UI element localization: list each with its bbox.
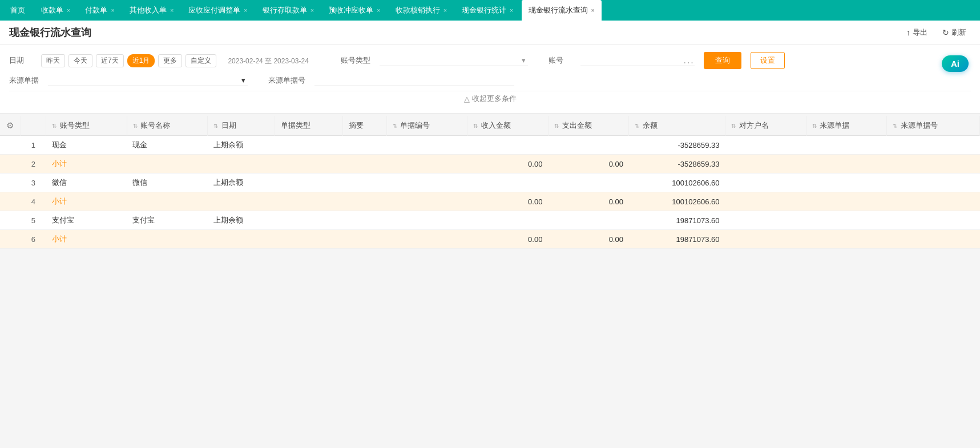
table-cell (806, 155, 887, 173)
close-icon[interactable]: × (443, 7, 447, 14)
table-header-row: ⚙ ⇅ 账号类型 ⇅ 账号名称 ⇅ 日期 单据类型 (0, 116, 980, 136)
table-cell (343, 155, 387, 173)
table-cell: 上期余额 (208, 173, 275, 192)
refresh-icon: ↻ (942, 28, 949, 37)
table-cell: 100102606.60 (629, 192, 725, 211)
query-button[interactable]: 查询 (704, 52, 741, 69)
close-icon[interactable]: × (310, 7, 314, 14)
table-cell (887, 211, 980, 230)
table-cell: 现金 (127, 136, 208, 155)
table-cell: 4 (21, 192, 46, 211)
table-cell (386, 230, 467, 249)
col-header-expense[interactable]: ⇅ 支出金额 (548, 116, 629, 136)
table-cell (548, 136, 629, 155)
table-cell (386, 173, 467, 192)
close-icon[interactable]: × (510, 7, 513, 14)
table-cell: 0.00 (548, 230, 629, 249)
table-cell (467, 211, 549, 230)
table-cell (386, 136, 467, 155)
page-title: 现金银行流水查询 (9, 26, 91, 39)
table-cell: -3528659.33 (629, 155, 725, 173)
sort-icon: ⇅ (731, 123, 736, 129)
table-container: ⚙ ⇅ 账号类型 ⇅ 账号名称 ⇅ 日期 单据类型 (0, 116, 980, 249)
table-cell: 6 (21, 230, 46, 249)
col-header-counterpart[interactable]: ⇅ 对方户名 (725, 116, 806, 136)
nav-tab-4[interactable]: 银行存取款单 × (256, 0, 321, 21)
close-icon[interactable]: × (377, 7, 380, 14)
table-cell (806, 230, 887, 249)
nav-tab-1[interactable]: 付款单 × (78, 0, 121, 21)
table-cell (0, 192, 21, 211)
col-header-source-doc-no[interactable]: ⇅ 来源单据号 (887, 116, 980, 136)
table-row: 4小计0.000.00100102606.60 (0, 192, 980, 211)
col-header-account-name[interactable]: ⇅ 账号名称 (127, 116, 208, 136)
nav-tab-2[interactable]: 其他收入单 × (123, 0, 180, 21)
close-icon[interactable]: × (111, 7, 114, 14)
nav-home[interactable]: 首页 (2, 0, 33, 21)
table-cell: 0.00 (548, 155, 629, 173)
nav-tab-7[interactable]: 现金银行统计 × (455, 0, 520, 21)
table-cell (127, 155, 208, 173)
close-icon[interactable]: × (67, 7, 70, 14)
col-header-account-type[interactable]: ⇅ 账号类型 (46, 116, 127, 136)
date-btn-yesterday[interactable]: 昨天 (41, 54, 65, 67)
account-type-select[interactable]: ▾ (380, 55, 528, 66)
table-row: 2小计0.000.00-3528659.33 (0, 155, 980, 173)
table-cell: 现金 (46, 136, 127, 155)
table-cell: 19871073.60 (629, 230, 725, 249)
export-button[interactable]: ↑ 导出 (902, 25, 932, 40)
nav-tab-3[interactable]: 应收应付调整单 × (182, 0, 254, 21)
table-cell: 支付宝 (46, 211, 127, 230)
table-cell (275, 173, 342, 192)
table-cell (0, 211, 21, 230)
ai-button[interactable]: Ai (942, 55, 969, 72)
date-btn-custom[interactable]: 自定义 (185, 54, 216, 67)
table-cell (386, 155, 467, 173)
table-cell: 微信 (46, 173, 127, 192)
table-cell (887, 192, 980, 211)
col-header-source-doc[interactable]: ⇅ 来源单据 (806, 116, 887, 136)
col-header-doc-no[interactable]: ⇅ 单据编号 (386, 116, 467, 136)
account-label: 账号 (549, 55, 571, 66)
table-cell (275, 192, 342, 211)
table-cell (725, 211, 806, 230)
nav-tab-5[interactable]: 预收冲应收单 × (322, 0, 387, 21)
table-cell (806, 211, 887, 230)
table-cell (127, 192, 208, 211)
settings-col-header[interactable]: ⚙ (0, 116, 21, 136)
source-doc-select[interactable]: ▾ (48, 75, 248, 86)
date-range: 2023-02-24 至 2023-03-24 (228, 56, 308, 66)
col-header-date[interactable]: ⇅ 日期 (208, 116, 275, 136)
table-cell (725, 192, 806, 211)
col-header-income[interactable]: ⇅ 收入金额 (467, 116, 549, 136)
col-header-num (21, 116, 46, 136)
nav-tab-8[interactable]: 现金银行流水查询 × (522, 0, 602, 21)
nav-tab-0[interactable]: 收款单 × (34, 0, 77, 21)
collapse-button[interactable]: △ 收起更多条件 (9, 91, 971, 106)
date-btn-7days[interactable]: 近7天 (96, 54, 124, 67)
source-doc-no-input[interactable] (314, 75, 514, 86)
date-btn-more[interactable]: 更多 (158, 54, 182, 67)
table-cell (343, 211, 387, 230)
close-icon[interactable]: × (244, 7, 247, 14)
col-header-balance[interactable]: ⇅ 余额 (629, 116, 725, 136)
table-cell (548, 211, 629, 230)
dropdown-arrow-icon: ▾ (522, 56, 526, 64)
close-icon[interactable]: × (591, 7, 595, 14)
close-icon[interactable]: × (170, 7, 174, 14)
date-btn-today[interactable]: 今天 (68, 54, 92, 67)
table-cell (806, 173, 887, 192)
setting-button[interactable]: 设置 (751, 52, 785, 69)
account-more-button[interactable]: ... (683, 55, 694, 66)
sort-icon: ⇅ (213, 123, 218, 129)
table-cell (725, 136, 806, 155)
date-btn-1month[interactable]: 近1月 (127, 54, 155, 67)
gear-icon[interactable]: ⚙ (6, 120, 14, 130)
refresh-button[interactable]: ↻ 刷新 (938, 25, 971, 40)
page-header: 现金银行流水查询 ↑ 导出 ↻ 刷新 (0, 21, 980, 45)
data-table: ⚙ ⇅ 账号类型 ⇅ 账号名称 ⇅ 日期 单据类型 (0, 116, 980, 249)
table-cell: 上期余额 (208, 136, 275, 155)
nav-tab-6[interactable]: 收款核销执行 × (389, 0, 454, 21)
date-options: 昨天 今天 近7天 近1月 更多 自定义 (41, 54, 216, 67)
table-cell (0, 173, 21, 192)
